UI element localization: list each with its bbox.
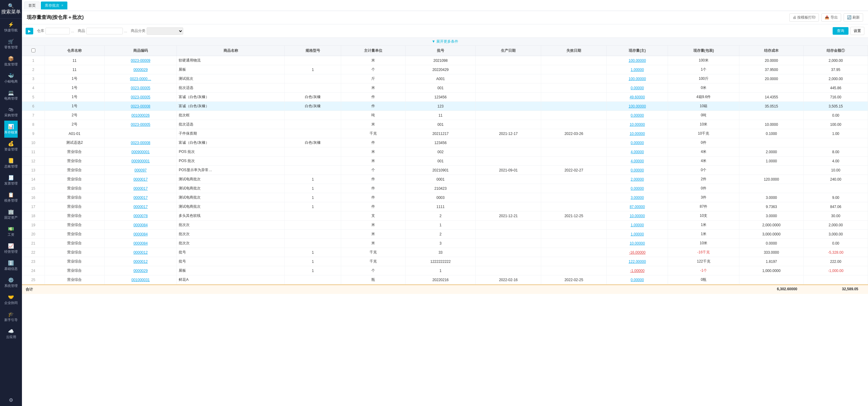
action-btn-刷新[interactable]: 🔄 刷新: [844, 13, 863, 22]
cell-9[interactable]: -1.00000: [607, 266, 668, 275]
tab-库存批次[interactable]: 库存批次×: [41, 2, 67, 9]
cell-9[interactable]: 10.00000: [607, 120, 668, 129]
category-select[interactable]: [147, 27, 183, 35]
cell-9[interactable]: 122.00000: [607, 257, 668, 266]
cell-5: 千克: [341, 257, 405, 266]
cell-9[interactable]: 2.00000: [607, 175, 668, 184]
cell-2[interactable]: 0000078: [104, 211, 177, 221]
sidebar-item-系统管理[interactable]: ⚙️系统管理: [4, 274, 18, 291]
cell-2[interactable]: 0023-00005: [104, 120, 177, 129]
cell-2[interactable]: 0023-00008: [104, 138, 177, 147]
cell-8: [541, 266, 607, 275]
setting-button[interactable]: 设置: [850, 27, 864, 35]
expand-more-link[interactable]: ▼ 展开更多条件: [432, 39, 458, 44]
cell-9[interactable]: 0.00000: [607, 83, 668, 93]
cell-8: [541, 83, 607, 93]
cell-9[interactable]: 49.60000: [607, 93, 668, 102]
cell-1: 营业综合: [45, 221, 104, 230]
sidebar-item-固定资产[interactable]: 🏢固定资产: [4, 206, 18, 223]
sidebar-item-批发管理[interactable]: 📦批发管理: [4, 53, 18, 70]
cell-6: 11: [405, 111, 476, 120]
cell-2[interactable]: 0023-00008: [104, 102, 177, 111]
sidebar-item-税务管理[interactable]: 📋税务管理: [4, 189, 18, 206]
cell-9[interactable]: 4.00000: [607, 157, 668, 166]
cell-9[interactable]: 1.00000: [607, 221, 668, 230]
cell-2[interactable]: 0000084: [104, 221, 177, 230]
cell-2[interactable]: 001000031: [104, 275, 177, 284]
sidebar-item-经营管理[interactable]: 📈经营管理: [4, 240, 18, 257]
settings-icon[interactable]: ⚙: [0, 394, 22, 406]
cell-9[interactable]: 0.00000: [607, 111, 668, 120]
cell-9[interactable]: 4.00000: [607, 147, 668, 157]
sidebar-item-新手引导[interactable]: 🎓新手引导: [4, 308, 18, 325]
action-btn-按模板打印[interactable]: 🖨 按模板打印: [789, 13, 819, 22]
cell-2[interactable]: 0000017: [104, 193, 177, 202]
cell-2[interactable]: 0023-00005: [104, 93, 177, 102]
cell-2[interactable]: 0000017: [104, 202, 177, 211]
sidebar-item-库存核算[interactable]: 📊库存核算: [4, 121, 18, 138]
cell-2[interactable]: 0000029: [104, 266, 177, 275]
cell-9[interactable]: 1.00000: [607, 65, 668, 74]
cell-9[interactable]: 100.00000: [607, 102, 668, 111]
cell-9[interactable]: 10.00000: [607, 129, 668, 138]
cell-9[interactable]: 0.00000: [607, 166, 668, 175]
sidebar-item-企业协同[interactable]: 🤝企业协同: [4, 291, 18, 308]
cell-9[interactable]: 100.00000: [607, 74, 668, 83]
product-input[interactable]: [86, 28, 123, 34]
action-btn-导出[interactable]: 📤 导出: [822, 13, 841, 22]
select-all-checkbox[interactable]: [31, 48, 35, 53]
cell-9[interactable]: 1.00000: [607, 230, 668, 239]
cell-2[interactable]: 0023-00005: [104, 83, 177, 93]
expand-button[interactable]: ▶: [26, 28, 33, 34]
cell-2[interactable]: [104, 129, 177, 138]
cell-9[interactable]: 100.00000: [607, 56, 668, 65]
cell-9[interactable]: -16.00000: [607, 248, 668, 257]
cell-2[interactable]: 0000017: [104, 175, 177, 184]
sidebar-item-快捷导航[interactable]: ⚡快捷导航: [4, 19, 18, 36]
tab-首页[interactable]: 首页: [24, 2, 40, 9]
cell-2[interactable]: 0000084: [104, 230, 177, 239]
cell-12: 2,000.00: [804, 74, 868, 83]
cell-6: 1: [405, 221, 476, 230]
cell-2[interactable]: 000900001: [104, 157, 177, 166]
cell-2[interactable]: 0000029: [104, 65, 177, 74]
sidebar-item-资金管理[interactable]: 💰资金管理: [4, 138, 18, 155]
cell-4: [284, 211, 341, 221]
cell-9[interactable]: 0.00000: [607, 138, 668, 147]
cell-9[interactable]: 0.00000: [607, 275, 668, 284]
cell-2[interactable]: 0023-0000…: [104, 74, 177, 83]
sidebar-item-label: 采购管理: [4, 113, 18, 117]
sidebar-item-工资[interactable]: 💵工资: [4, 223, 18, 240]
sidebar-item-电商管理[interactable]: 💻电商管理: [4, 87, 18, 104]
cell-10: 1个: [668, 65, 739, 74]
tab-close-btn[interactable]: ×: [61, 3, 63, 8]
warehouse-input[interactable]: [45, 28, 70, 34]
cell-2[interactable]: 0000012: [104, 257, 177, 266]
sidebar-search[interactable]: 🔍 搜索菜单: [0, 0, 22, 19]
cell-9[interactable]: 0.00000: [607, 184, 668, 193]
cell-2[interactable]: 0000012: [104, 248, 177, 257]
cell-2[interactable]: 0023-00009: [104, 56, 177, 65]
cell-9[interactable]: 87.00000: [607, 202, 668, 211]
cell-2[interactable]: 000097: [104, 166, 177, 175]
cell-9[interactable]: 3.00000: [607, 193, 668, 202]
cell-2[interactable]: 0000017: [104, 184, 177, 193]
cell-9[interactable]: 10.00000: [607, 211, 668, 221]
cell-8: 2021-12-25: [541, 211, 607, 221]
cell-9[interactable]: 10.00000: [607, 239, 668, 248]
sidebar-item-总账管理[interactable]: 📒总账管理: [4, 155, 18, 172]
sidebar-item-零售管理[interactable]: 🛒零售管理: [4, 36, 18, 53]
cell-7: [476, 239, 541, 248]
cell-2[interactable]: 0000084: [104, 239, 177, 248]
sidebar-item-基础信息[interactable]: ℹ️基础信息: [4, 257, 18, 274]
cell-2[interactable]: 000900001: [104, 147, 177, 157]
sidebar-item-采购管理[interactable]: 🛍采购管理: [4, 104, 18, 121]
cell-7: 2021-12-21: [476, 211, 541, 221]
sidebar-item-发票管理[interactable]: 🧾发票管理: [4, 172, 18, 189]
sidebar-item-小鲸电商[interactable]: 🐳小鲸电商: [4, 70, 18, 87]
cell-2[interactable]: 001000026: [104, 111, 177, 120]
col-header-4: 规格型号: [284, 46, 341, 56]
cell-3: 批次框: [177, 111, 284, 120]
query-button[interactable]: 查询: [833, 27, 848, 35]
sidebar-item-云应用[interactable]: ☁️云应用: [4, 325, 18, 342]
